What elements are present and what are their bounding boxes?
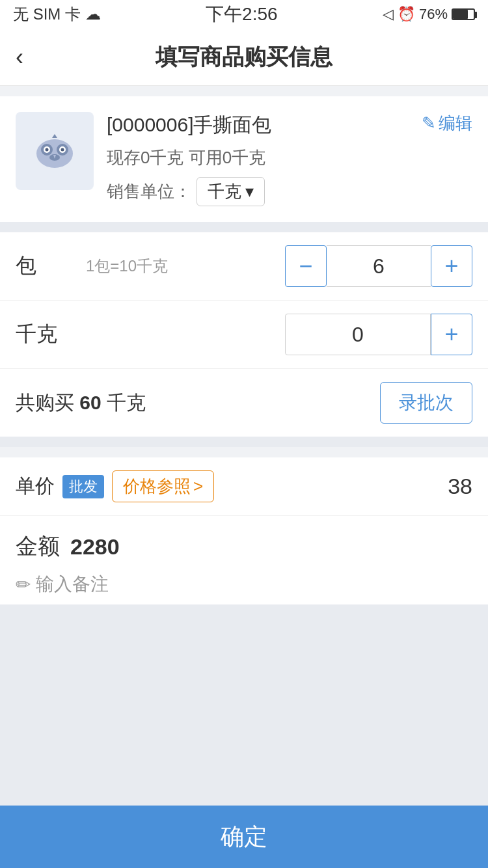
edit-button[interactable]: ✎ 编辑 [422, 112, 472, 135]
amount-row: 金额 2280 [16, 532, 472, 562]
total-amount: 60 [79, 392, 101, 413]
nav-bar: ‹ 填写商品购买信息 [0, 29, 488, 86]
package-quantity-input[interactable] [327, 245, 431, 287]
section-divider-2 [0, 437, 488, 447]
status-bar: 无 SIM 卡 ☁ 下午2:56 ◁ ⏰ 76% [0, 0, 488, 29]
product-info: [0000006]手撕面包 ✎ 编辑 现存0千克 可用0千克 销售单位： 千克 … [107, 112, 472, 206]
remark-row[interactable]: ✏ 输入备注 [16, 572, 472, 597]
product-card: [0000006]手撕面包 ✎ 编辑 现存0千克 可用0千克 销售单位： 千克 … [0, 96, 488, 222]
chevron-right-icon: > [193, 476, 203, 496]
price-row: 单价 批发 价格参照 > 38 [16, 470, 472, 502]
amount-value: 2280 [70, 534, 120, 560]
price-value: 38 [448, 474, 472, 499]
edit-icon: ✎ [422, 113, 436, 133]
svg-point-0 [36, 139, 73, 168]
svg-point-5 [46, 148, 49, 152]
alarm-icon: ⏰ [398, 6, 415, 23]
total-text: 共购买 60 千克 [16, 390, 146, 416]
batch-button[interactable]: 录批次 [380, 382, 472, 424]
status-time: 下午2:56 [206, 2, 278, 27]
pifa-badge: 批发 [62, 475, 104, 498]
kg-row: 千克 + [0, 301, 488, 369]
confirm-button[interactable]: 确定 [0, 806, 488, 868]
status-right: ◁ ⏰ 76% [383, 6, 475, 23]
package-plus-button[interactable]: + [431, 245, 472, 287]
remark-icon: ✏ [16, 574, 31, 595]
battery-label: 76% [419, 6, 448, 23]
product-image [16, 112, 94, 190]
package-minus-button[interactable]: − [285, 245, 327, 287]
package-row: 包 1包=10千克 − + [0, 232, 488, 301]
amount-section: 金额 2280 ✏ 输入备注 [0, 515, 488, 604]
back-button[interactable]: ‹ [16, 44, 23, 71]
svg-marker-8 [52, 134, 57, 138]
location-icon: ◁ [383, 6, 394, 23]
price-section: 单价 批发 价格参照 > 38 [0, 457, 488, 515]
product-stock: 现存0千克 可用0千克 [107, 146, 472, 169]
status-left: 无 SIM 卡 ☁ [13, 4, 101, 25]
kg-plus-button[interactable]: + [431, 314, 472, 355]
price-label: 单价 批发 价格参照 > [16, 470, 214, 502]
product-logo [31, 131, 78, 170]
battery-icon [452, 8, 475, 20]
page-title: 填写商品购买信息 [156, 42, 332, 72]
product-unit-row: 销售单位： 千克 ▾ [107, 177, 472, 206]
kg-label: 千克 [16, 320, 81, 349]
dropdown-icon: ▾ [245, 182, 254, 202]
package-quantity-control: − + [285, 245, 472, 287]
svg-point-6 [61, 148, 64, 152]
quantity-section: 包 1包=10千克 − + 千克 + 共购买 60 千克 录批次 [0, 232, 488, 437]
package-sub: 1包=10千克 [86, 256, 168, 277]
remark-placeholder: 输入备注 [36, 572, 109, 597]
price-ref-button[interactable]: 价格参照 > [112, 470, 214, 502]
package-label: 包 [16, 252, 81, 280]
kg-quantity-control: + [285, 314, 472, 355]
unit-selector[interactable]: 千克 ▾ [197, 177, 265, 206]
kg-quantity-input[interactable] [285, 314, 431, 355]
total-row: 共购买 60 千克 录批次 [0, 369, 488, 437]
product-name: [0000006]手撕面包 [107, 112, 271, 139]
section-divider-1 [0, 222, 488, 232]
sim-label: 无 SIM 卡 ☁ [13, 4, 101, 25]
empty-content-area [0, 604, 488, 813]
